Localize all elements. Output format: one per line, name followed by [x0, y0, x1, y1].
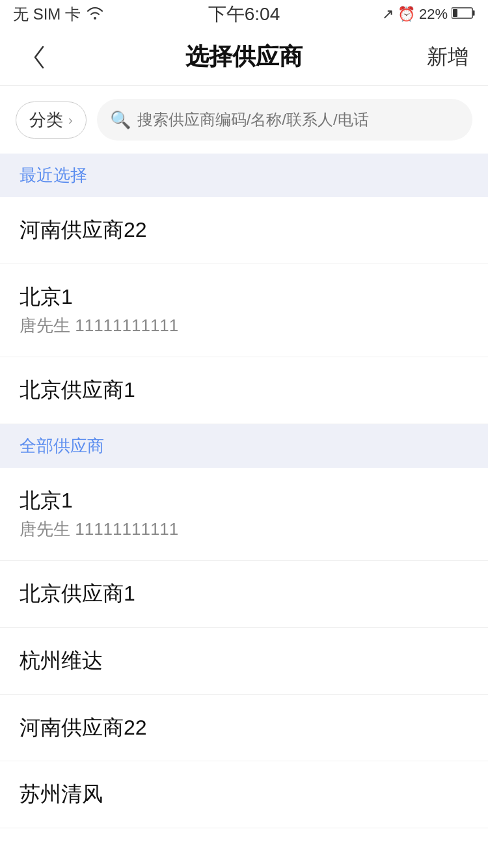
list-item[interactable]: 北京1唐先生 11111111111 [0, 468, 488, 562]
svg-rect-2 [453, 9, 457, 17]
search-input-wrap: 🔍 [97, 99, 472, 141]
item-name: 北京供应商1 [20, 377, 468, 404]
recent-section-label: 最近选择 [20, 165, 87, 185]
list-item[interactable]: 苏州清风 [0, 761, 488, 828]
search-bar: 分类 › 🔍 [0, 86, 488, 154]
wifi-icon [86, 5, 104, 23]
list-item[interactable]: 北京供应商1 [0, 561, 488, 628]
back-button[interactable] [20, 38, 59, 77]
search-icon: 🔍 [110, 110, 131, 130]
list-item[interactable]: 北京供应商1 [0, 357, 488, 424]
page-title: 选择供应商 [185, 41, 303, 73]
svg-rect-1 [473, 10, 475, 16]
list-item[interactable]: 河南供应商22 [0, 695, 488, 762]
all-section-label: 全部供应商 [20, 436, 104, 455]
category-label: 分类 [29, 109, 63, 131]
item-name: 杭州维达 [20, 647, 468, 675]
category-button[interactable]: 分类 › [16, 102, 87, 139]
status-time: 下午6:04 [208, 2, 280, 27]
item-name: 北京1 [20, 284, 468, 311]
status-right: ↗ ⏰ 22% [382, 6, 475, 23]
location-icon: ↗ [382, 6, 394, 23]
status-left: 无 SIM 卡 [13, 4, 104, 25]
item-sub: 唐先生 11111111111 [20, 518, 468, 541]
battery-text: 22% [419, 6, 448, 23]
list-item[interactable]: 杭州维达 [0, 628, 488, 695]
sim-text: 无 SIM 卡 [13, 4, 81, 25]
item-sub: 唐先生 11111111111 [20, 314, 468, 337]
recent-list: 河南供应商22北京1唐先生 11111111111北京供应商1 [0, 197, 488, 424]
battery-icon [452, 6, 475, 23]
alarm-icon: ⏰ [398, 6, 415, 23]
item-name: 苏州清风 [20, 781, 468, 808]
category-arrow-icon: › [68, 113, 73, 128]
item-name: 河南供应商22 [20, 217, 468, 244]
list-item[interactable]: 河南供应商22 [0, 197, 488, 264]
nav-bar: 选择供应商 新增 [0, 29, 488, 86]
all-section-header: 全部供应商 [0, 424, 488, 468]
item-name: 北京供应商1 [20, 580, 468, 608]
list-item[interactable]: 北京1唐先生 11111111111 [0, 264, 488, 358]
recent-section-header: 最近选择 [0, 154, 488, 197]
add-button[interactable]: 新增 [427, 43, 468, 72]
item-name: 北京1 [20, 487, 468, 515]
all-list: 北京1唐先生 11111111111北京供应商1杭州维达河南供应商22苏州清风 [0, 468, 488, 828]
status-bar: 无 SIM 卡 下午6:04 ↗ ⏰ 22% [0, 0, 488, 29]
item-name: 河南供应商22 [20, 714, 468, 742]
search-input[interactable] [137, 111, 459, 129]
